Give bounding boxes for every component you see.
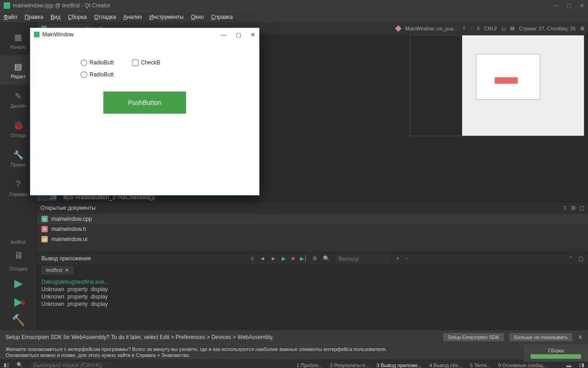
open-doc-row[interactable]: uimainwindow.ui	[37, 234, 588, 244]
notice-area: Setup Emscripten SDK for WebAssembly? To…	[0, 330, 588, 360]
build-icon[interactable]: 🔨	[11, 314, 25, 327]
close-pane-icon[interactable]: ▢	[579, 205, 584, 211]
minimize-icon[interactable]: —	[553, 2, 558, 9]
mainwindow-dialog: MainWindow — ▢ ✕ RadioButt CheckB RadioB…	[30, 28, 260, 196]
menu-file[interactable]: Файл	[4, 14, 17, 20]
build-progress: Сборка	[524, 345, 588, 362]
breadcrumb[interactable]: MainWindow::on_pus...	[405, 26, 458, 31]
encoding-hash[interactable]: #	[477, 26, 480, 31]
sidebar-toggle-icon[interactable]: ▮▯	[4, 362, 9, 368]
kit-selector: testfirst 🖥 Отладка ▶ ▶🐞 🔨	[9, 240, 28, 327]
maximize-output-icon[interactable]: ▢	[578, 255, 583, 262]
remove-icon[interactable]: −	[405, 255, 408, 262]
open-docs-title: Открытые документы	[40, 205, 96, 211]
step-icon[interactable]: ▶⎮	[300, 255, 307, 262]
run-icon[interactable]: ▶	[14, 277, 23, 290]
notice-text: Желаете познакомиться с интерфейсом прог…	[6, 346, 527, 358]
help-icon: ?	[13, 179, 24, 190]
open-documents-pane: Открытые документы ⇳ ⊞ ▢ cmainwindow.cpp…	[37, 201, 588, 252]
close-icon[interactable]: ✕	[580, 2, 584, 9]
output-title: Вывод приложения	[41, 255, 91, 262]
panel-icon[interactable]: ▤	[510, 25, 514, 31]
grid-icon: ▦	[13, 32, 24, 43]
menu-help[interactable]: Справка	[211, 14, 233, 20]
kit-name[interactable]: testfirst	[11, 240, 25, 245]
menu-view[interactable]: Вид	[51, 14, 61, 20]
dialog-titlebar[interactable]: MainWindow — ▢ ✕	[30, 28, 259, 41]
wrench-icon: 🔧	[13, 150, 24, 161]
menu-analyze[interactable]: Анализ	[123, 14, 142, 20]
search-icon: 🔍	[17, 362, 23, 368]
menu-tools[interactable]: Инструменты	[149, 14, 184, 20]
output-body[interactable]: Debug\debug\testfirst.exe...Unknown prop…	[37, 276, 588, 330]
output-tab-1[interactable]: 1 Пробле...	[296, 362, 322, 368]
output-tab-4[interactable]: 4 Вывод сбо...	[429, 362, 463, 368]
monitor-icon[interactable]: 🖥	[14, 250, 23, 261]
debug-run-icon[interactable]: ▶🐞	[14, 295, 23, 308]
qtcreator-icon	[4, 2, 10, 9]
menu-debug[interactable]: Отладка	[94, 14, 116, 20]
right-sidebar-toggle-icon[interactable]: ▯▮	[579, 362, 584, 368]
radio-button-1[interactable]: RadioButt	[81, 59, 114, 66]
split-icon[interactable]: ⊞	[580, 25, 584, 31]
split-pane-icon[interactable]: ⊞	[571, 205, 576, 211]
breakpoint-icon[interactable]	[395, 25, 401, 31]
prev-icon[interactable]: ◄	[260, 255, 265, 262]
minimap-thumbnail	[410, 35, 584, 136]
setup-sdk-button[interactable]: Setup Emscripten SDK	[443, 333, 504, 341]
menu-build[interactable]: Сборка	[68, 14, 87, 20]
output-pane: Вывод приложения ⎋ ◄ ► ▶ ■ ▶⎮ ⚙ 🔍 + − ⌃ …	[37, 252, 588, 330]
file-icon: h	[41, 226, 48, 232]
bottom-bar: ▮▯ 🔍 1 Пробле...2 Результаты п...3 Вывод…	[0, 360, 588, 368]
maximize-icon[interactable]: ▢	[236, 31, 241, 38]
indent-icon[interactable]: ⌸	[502, 26, 505, 31]
dont-show-button[interactable]: Больше не показывать	[509, 333, 572, 341]
progress-bar	[531, 354, 581, 359]
notice-emscripten: Setup Emscripten SDK for WebAssembly? To…	[0, 330, 588, 344]
dialog-title: MainWindow	[42, 31, 74, 38]
output-tab-9[interactable]: 9 Основные сообщ...	[498, 362, 547, 368]
line-ending[interactable]: CRLF	[484, 26, 498, 31]
open-doc-row[interactable]: hmainwindow.h	[37, 224, 588, 234]
check-box[interactable]: CheckB	[132, 59, 160, 66]
close-notice-icon[interactable]: ✕	[578, 334, 582, 340]
notice-text: Setup Emscripten SDK for WebAssembly? To…	[6, 334, 438, 340]
window-title: mainwindow.cpp @ testfirst - Qt Creator	[13, 2, 110, 9]
output-tab-3[interactable]: 3 Вывод приложе...	[376, 362, 422, 368]
file-icon: c	[41, 216, 48, 222]
output-tab-5[interactable]: 5 Termi...	[470, 362, 491, 368]
radio-button-2[interactable]: RadioButt	[81, 71, 114, 78]
stop-icon[interactable]: ■	[291, 255, 294, 262]
progress-label: Сборка	[548, 348, 564, 353]
bug-icon: 🐞	[13, 120, 24, 131]
kit-config: Отладка	[9, 266, 28, 271]
next-icon[interactable]: ►	[271, 255, 276, 262]
output-tab-2[interactable]: 2 Результаты п...	[330, 362, 369, 368]
play-icon[interactable]: ▶	[282, 255, 286, 262]
window-controls: — ▢ ✕	[553, 2, 584, 9]
filter-input[interactable]	[335, 254, 390, 263]
qt-icon	[34, 32, 40, 37]
file-icon: ui	[41, 236, 48, 242]
close-tab-icon[interactable]: ✕	[65, 267, 69, 273]
close-icon[interactable]: ✕	[250, 31, 255, 38]
locator-input[interactable]	[30, 361, 113, 368]
menu-window[interactable]: Окно	[191, 14, 204, 20]
collapse-icon[interactable]: ⌃	[568, 255, 573, 262]
dropdown-icon[interactable]: ⇳	[462, 25, 466, 31]
push-button[interactable]: PushButton	[103, 92, 186, 114]
pencil-icon: ✎	[13, 91, 24, 102]
menu-edit[interactable]: Правка	[25, 14, 44, 20]
output-toggle-icon[interactable]: ▬	[566, 362, 571, 368]
maximize-icon[interactable]: ▢	[566, 2, 571, 9]
menubar: Файл Правка Вид Сборка Отладка Анализ Ин…	[0, 11, 588, 22]
settings-icon[interactable]: ⚙	[312, 255, 317, 262]
open-doc-row[interactable]: cmainwindow.cpp	[37, 214, 588, 224]
output-tab[interactable]: testfirst ✕	[41, 266, 74, 275]
add-icon[interactable]: +	[396, 255, 399, 262]
attach-icon[interactable]: ⎋	[251, 255, 254, 262]
titlebar: mainwindow.cpp @ testfirst - Qt Creator …	[0, 0, 588, 11]
minimize-icon[interactable]: —	[220, 31, 226, 38]
cursor-position: Строка: 27, Столбец: 25	[519, 26, 576, 31]
sort-icon[interactable]: ⇳	[563, 205, 567, 211]
